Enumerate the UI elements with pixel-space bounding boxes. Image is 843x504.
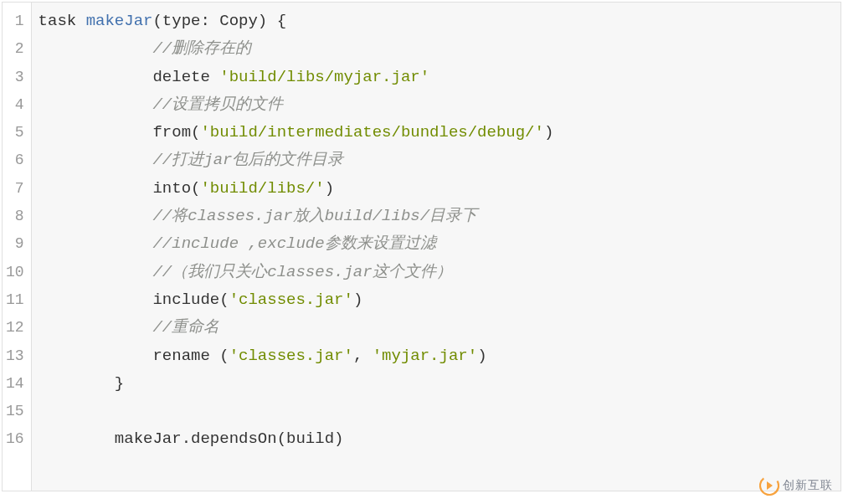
line-number: 3 xyxy=(6,64,24,91)
line-number: 15 xyxy=(6,398,24,425)
line-number: 2 xyxy=(6,35,24,63)
code-line: into('build/libs/') xyxy=(39,175,834,203)
code-line: delete 'build/libs/myjar.jar' xyxy=(39,64,834,91)
code-line: makeJar.dependsOn(build) xyxy=(39,425,834,453)
code-line: //打进jar包后的文件目录 xyxy=(39,147,834,174)
token-str: 'build/libs/myjar.jar' xyxy=(219,68,429,86)
token-plain: ) xyxy=(544,123,553,141)
line-number: 6 xyxy=(6,147,24,174)
token-comment: //将classes.jar放入build/libs/目录下 xyxy=(152,207,477,225)
line-number: 4 xyxy=(6,91,24,119)
token-comment: //打进jar包后的文件目录 xyxy=(152,151,343,169)
token-fn: makeJar xyxy=(86,12,153,30)
token-plain: ) xyxy=(477,347,486,365)
line-number: 10 xyxy=(6,259,24,286)
code-line: } xyxy=(39,370,834,398)
code-block: 12345678910111213141516 task makeJar(typ… xyxy=(2,2,841,491)
token-plain: task xyxy=(39,12,86,30)
watermark-text: 创新互联 xyxy=(783,478,833,493)
code-line: //将classes.jar放入build/libs/目录下 xyxy=(39,203,834,230)
token-plain: include( xyxy=(152,291,229,309)
token-plain: makeJar.dependsOn(build) xyxy=(115,429,344,448)
token-plain: , xyxy=(353,347,373,365)
token-comment: //设置拷贝的文件 xyxy=(152,95,283,114)
token-str: 'build/intermediates/bundles/debug/' xyxy=(200,123,543,141)
token-plain: ) xyxy=(325,179,334,198)
line-number: 14 xyxy=(6,370,24,398)
token-plain: rename ( xyxy=(152,347,229,365)
code-line xyxy=(39,398,834,425)
token-str: 'build/libs/' xyxy=(200,179,324,198)
code-line: rename ('classes.jar', 'myjar.jar') xyxy=(39,342,834,370)
code-line: //include ,exclude参数来设置过滤 xyxy=(39,230,834,258)
code-line: from('build/intermediates/bundles/debug/… xyxy=(39,119,834,147)
token-plain: delete xyxy=(152,68,219,86)
token-comment: //include ,exclude参数来设置过滤 xyxy=(152,234,435,253)
line-number: 9 xyxy=(6,230,24,258)
token-plain: into( xyxy=(152,179,200,198)
token-comment: //重命名 xyxy=(152,318,219,337)
code-line: //重命名 xyxy=(39,314,834,342)
token-plain: from( xyxy=(152,123,200,141)
code-line: //设置拷贝的文件 xyxy=(39,91,834,119)
token-plain: (type: Copy) { xyxy=(152,12,286,30)
token-str: 'classes.jar' xyxy=(229,291,353,309)
line-number: 13 xyxy=(6,342,24,370)
line-number: 5 xyxy=(6,119,24,147)
line-number: 12 xyxy=(6,314,24,342)
token-comment: //（我们只关心classes.jar这个文件） xyxy=(152,263,451,281)
token-comment: //删除存在的 xyxy=(152,39,251,58)
code-line: //删除存在的 xyxy=(39,35,834,63)
watermark: 创新互联 xyxy=(759,476,833,496)
token-str: 'myjar.jar' xyxy=(373,347,477,365)
token-plain: } xyxy=(115,374,124,393)
code-area[interactable]: task makeJar(type: Copy) { //删除存在的 delet… xyxy=(31,3,840,491)
code-line: //（我们只关心classes.jar这个文件） xyxy=(39,259,834,286)
code-line: include('classes.jar') xyxy=(39,286,834,314)
line-number: 7 xyxy=(6,175,24,203)
watermark-logo-icon xyxy=(759,476,779,496)
line-number: 8 xyxy=(6,203,24,230)
line-number: 1 xyxy=(6,8,24,35)
token-plain: ) xyxy=(353,291,362,309)
code-line: task makeJar(type: Copy) { xyxy=(39,8,834,35)
line-number: 16 xyxy=(6,425,24,453)
line-gutter: 12345678910111213141516 xyxy=(3,3,31,491)
token-str: 'classes.jar' xyxy=(229,347,353,365)
line-number: 11 xyxy=(6,286,24,314)
